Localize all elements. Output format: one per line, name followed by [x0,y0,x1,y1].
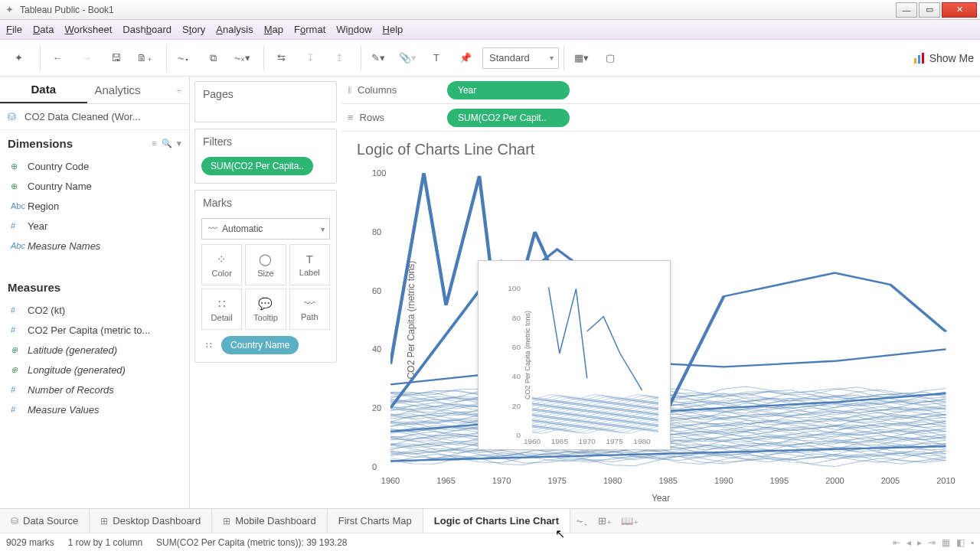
rows-pill[interactable]: SUM(CO2 Per Capit.. [447,109,570,127]
sort-desc-button[interactable]: ↥ [327,46,351,70]
rows-shelf[interactable]: ≡Rows SUM(CO2 Per Capit.. [341,104,980,132]
y-tick-label: 60 [372,286,381,295]
y-tick-label: 20 [372,403,381,412]
measure-field[interactable]: ⊕Latitude (generated) [0,340,189,360]
highlight-button[interactable]: ✎▾ [366,46,390,70]
save-button[interactable]: 🖫 [103,46,128,70]
mark-label-button[interactable]: TLabel [289,244,330,285]
menu-icon[interactable]: ▾ [177,139,181,148]
svg-rect-0 [914,58,916,64]
tableau-logo-icon[interactable]: ✦ [6,46,31,70]
menu-window[interactable]: Window [336,24,371,35]
filters-card[interactable]: Filters SUM(CO2 Per Capita.. [194,129,337,184]
sheet-tab[interactable]: Logic of Charts Line Chart [423,509,570,533]
pin-button[interactable]: 📌 [453,46,478,70]
pages-card[interactable]: Pages [194,81,337,122]
columns-shelf[interactable]: ⦀Columns Year [341,77,980,104]
mark-color-button[interactable]: ⁘Color [201,244,242,285]
menu-analysis[interactable]: Analysis [216,24,253,35]
status-layout: 1 row by 1 column [68,537,142,548]
field-type-icon: Abc [11,201,24,210]
detail-pill[interactable]: Country Name [221,336,299,354]
menu-worksheet[interactable]: Worksheet [64,24,112,35]
sort-asc-button[interactable]: ↧ [298,46,322,70]
cards-column: Pages Filters SUM(CO2 Per Capita.. Marks… [190,77,341,508]
sheet-tab[interactable]: ⛁Data Source [0,509,90,533]
svg-rect-1 [918,55,920,64]
menu-story[interactable]: Story [182,24,205,35]
menu-data[interactable]: Data [33,24,54,35]
datasource-item[interactable]: ⛁ CO2 Data Cleaned (Wor... [0,104,189,130]
undo-button[interactable]: ← [45,46,70,70]
data-sidebar: Data Analytics÷ ⛁ CO2 Data Cleaned (Wor.… [0,77,190,508]
view-icon[interactable]: ≡ [152,139,157,148]
menu-help[interactable]: Help [383,24,403,35]
next-tab-button[interactable]: ▸ [917,537,922,548]
menu-file[interactable]: File [6,24,22,35]
dimension-field[interactable]: ⊕Country Code [0,156,189,176]
menu-dashboard[interactable]: Dashboard [122,24,172,35]
dimension-field[interactable]: AbcRegion [0,196,189,216]
new-worksheet-tab-button[interactable]: ⏦₊ [577,515,589,527]
x-tick-label: 2005 [881,476,900,485]
new-dashboard-tab-button[interactable]: ⊞₊ [598,515,612,527]
duplicate-button[interactable]: ⧉ [201,46,225,70]
svg-text:0: 0 [516,431,521,439]
sheet-tabs: ⛁Data Source⊞Desktop Dashboard⊞Mobile Da… [0,508,980,533]
menu-map[interactable]: Map [264,24,283,35]
columns-pill[interactable]: Year [447,81,570,99]
dimension-field[interactable]: #Year [0,216,189,236]
field-type-icon: # [11,385,24,394]
measure-field[interactable]: #Number of Records [0,380,189,399]
sheet-tab[interactable]: First Charts Map [328,509,423,533]
prev-tab-button[interactable]: ◂ [906,537,911,548]
redo-button[interactable]: → [74,46,99,70]
new-datasource-button[interactable]: 🗎₊ [132,46,157,70]
mark-size-button[interactable]: ◯Size [245,244,286,285]
marks-card: Marks 〰Automatic ⁘Color◯SizeTLabel∷Detai… [194,190,337,363]
cards-button[interactable]: ▦▾ [569,46,593,70]
presentation-button[interactable]: ▢ [598,46,622,70]
mark-tooltip-button[interactable]: 💬Tooltip [245,289,286,330]
measure-field[interactable]: #CO2 Per Capita (metric to... [0,320,189,340]
group-button[interactable]: 📎▾ [395,46,420,70]
minimize-button[interactable]: — [896,2,917,18]
mark-path-button[interactable]: 〰Path [289,289,330,330]
swap-button[interactable]: ⇆ [269,46,293,70]
show-filmstrip-button[interactable]: ▦ [942,537,950,548]
close-button[interactable]: ✕ [942,2,977,18]
y-tick-label: 0 [372,462,377,471]
measure-field[interactable]: #CO2 (kt) [0,300,189,320]
chart-canvas[interactable]: Logic of Charts Line Chart CO2 Per Capit… [341,132,980,508]
dimension-field[interactable]: AbcMeasure Names [0,236,189,256]
sheet-tab[interactable]: ⊞Mobile Dashboard [212,509,328,533]
svg-text:1970: 1970 [579,437,596,445]
measure-field[interactable]: ⊕Longitude (generated) [0,360,189,380]
dimension-field[interactable]: ⊕Country Name [0,176,189,196]
tab-analytics[interactable]: Analytics÷ [87,77,190,103]
filter-pill[interactable]: SUM(CO2 Per Capita.. [201,157,313,175]
y-tick-label: 100 [372,168,386,178]
measure-field[interactable]: #Measure Values [0,399,189,419]
search-icon[interactable]: 🔍 [162,139,172,148]
viz-area: ⦀Columns Year ≡Rows SUM(CO2 Per Capit.. … [341,77,980,508]
show-sheets-button[interactable]: ◧ [956,537,965,548]
show-sorter-button[interactable]: ▪ [971,537,974,548]
clear-button[interactable]: ⏦ₓ▾ [230,46,254,70]
show-me-button[interactable]: Show Me [914,52,974,64]
tab-data[interactable]: Data [0,77,87,103]
fit-dropdown[interactable]: Standard [482,47,559,69]
maximize-button[interactable]: ▭ [919,2,940,18]
svg-text:100: 100 [508,284,521,292]
field-type-icon: Abc [11,241,24,250]
new-worksheet-button[interactable]: ⏦▾ [172,46,196,70]
menu-format[interactable]: Format [294,24,325,35]
last-tab-button[interactable]: ⇥ [928,537,936,548]
marks-type-dropdown[interactable]: 〰Automatic [201,218,330,240]
labels-button[interactable]: T [424,46,449,70]
sheet-tab[interactable]: ⊞Desktop Dashboard [90,509,212,533]
new-story-tab-button[interactable]: 📖₊ [621,515,639,527]
svg-text:1960: 1960 [524,437,541,445]
first-tab-button[interactable]: ⇤ [893,537,900,548]
mark-detail-button[interactable]: ∷Detail [201,289,242,330]
